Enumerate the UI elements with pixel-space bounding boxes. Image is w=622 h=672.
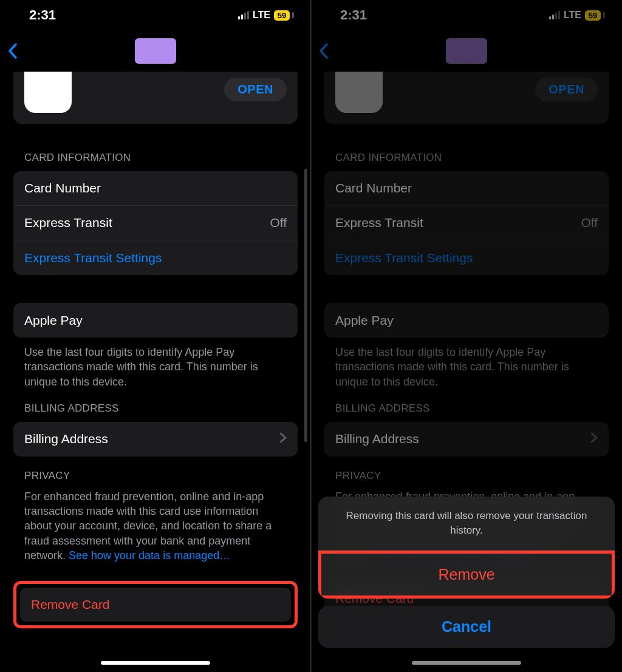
home-indicator[interactable] (101, 661, 210, 665)
chevron-right-icon (279, 432, 287, 446)
cellular-signal-icon (238, 11, 249, 19)
action-sheet-message: Removing this card will also remove your… (318, 497, 615, 551)
open-app-button[interactable]: OPEN (224, 78, 287, 101)
action-sheet: Removing this card will also remove your… (318, 497, 615, 648)
section-header-privacy: PRIVACY (0, 456, 311, 489)
billing-address-label: Billing Address (24, 432, 108, 446)
action-sheet-remove-button[interactable]: Remove (321, 554, 612, 596)
section-header-billing: BILLING ADDRESS (0, 389, 311, 422)
privacy-link[interactable]: See how your data is managed… (69, 549, 230, 562)
privacy-footer: For enhanced fraud prevention, online an… (0, 489, 311, 563)
apple-pay-group: Apple Pay (13, 303, 298, 338)
issuer-app-icon (24, 72, 72, 113)
express-transit-value: Off (270, 216, 287, 230)
card-number-row[interactable]: Card Number (13, 171, 298, 206)
remove-card-button[interactable]: Remove Card (20, 588, 291, 622)
apple-pay-footer: Use the last four digits to identify App… (0, 338, 311, 389)
action-sheet-cancel-button[interactable]: Cancel (318, 606, 615, 648)
battery-level: 59 (274, 10, 290, 21)
network-type: LTE (253, 10, 270, 21)
scroll-indicator[interactable] (304, 169, 307, 442)
express-transit-settings-link[interactable]: Express Transit Settings (13, 240, 298, 275)
remove-card-highlight: Remove Card (13, 581, 298, 628)
card-info-group: Card Number Express Transit Off Express … (13, 171, 298, 275)
phone-screen-left: 2:31 LTE 59 OPEN CARD INFORMATION Card N… (0, 0, 311, 672)
action-sheet-body: Removing this card will also remove your… (318, 497, 615, 599)
billing-address-row[interactable]: Billing Address (13, 422, 298, 456)
card-number-label: Card Number (24, 181, 101, 195)
express-transit-row[interactable]: Express Transit Off (13, 206, 298, 240)
card-preview-thumbnail (135, 38, 176, 64)
remove-highlight: Remove (318, 551, 615, 599)
status-right: LTE 59 (238, 10, 294, 21)
billing-group: Billing Address (13, 422, 298, 456)
phone-screen-right: 2:31 LTE 59 OPEN CARD INFORMATION Card N… (311, 0, 622, 672)
express-transit-settings-label: Express Transit Settings (24, 251, 162, 265)
nav-bar (0, 30, 311, 72)
status-time: 2:31 (29, 7, 56, 23)
chevron-left-icon (7, 43, 18, 59)
section-header-card-info: CARD INFORMATION (0, 124, 311, 171)
apple-pay-row[interactable]: Apple Pay (13, 303, 298, 338)
express-transit-label: Express Transit (24, 216, 112, 230)
battery-tip-icon (292, 12, 294, 18)
apple-pay-label: Apple Pay (24, 313, 83, 328)
issuer-app-banner: OPEN (13, 72, 298, 124)
back-button[interactable] (7, 43, 18, 59)
status-bar: 2:31 LTE 59 (0, 0, 311, 30)
